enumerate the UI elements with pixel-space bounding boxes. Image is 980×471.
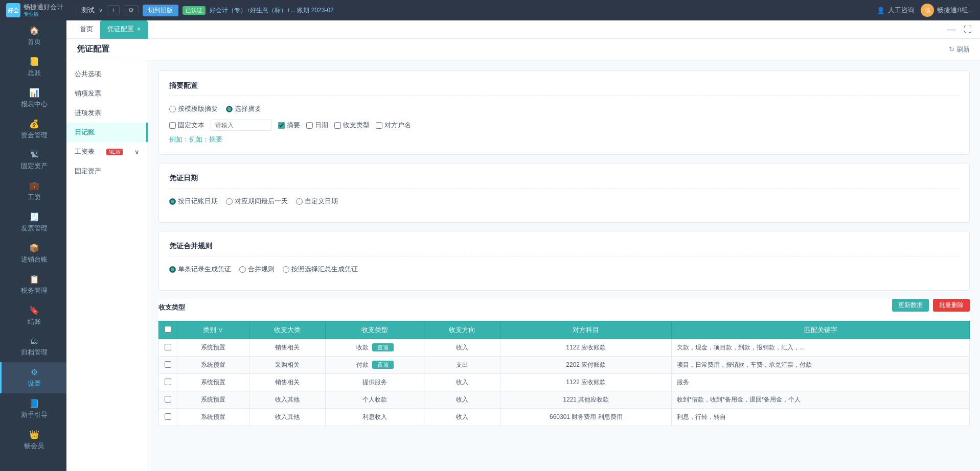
refresh-button[interactable]: ↻ 刷新 [949, 45, 970, 54]
row-checkbox-3[interactable] [159, 391, 177, 409]
radio-selected-summary[interactable]: 按照选择汇总生成凭证 [283, 265, 358, 274]
counterpart-checkbox[interactable] [376, 122, 382, 129]
topbar-title: 测试 [81, 6, 95, 15]
radio-journal-date-input[interactable] [169, 198, 176, 205]
sidebar-item-guide[interactable]: 📘 新手引导 [0, 393, 66, 425]
th-direction: 收支方向 [424, 321, 500, 339]
row-direction-1: 支出 [424, 357, 500, 374]
tab-home[interactable]: 首页 [73, 20, 100, 39]
table-toolbar: 更新数据 批量删除 [892, 299, 970, 312]
row-direction-0: 收入 [424, 339, 500, 357]
radio-template-summary[interactable]: 按模板版摘要 [169, 104, 218, 113]
leftnav-journal[interactable]: 日记账 [66, 123, 148, 142]
leftnav-public[interactable]: 公共选项 [66, 64, 148, 84]
tab-close-icon[interactable]: × [137, 26, 141, 33]
row-category-0: 系统预置 [177, 339, 249, 357]
radio-merge-input[interactable] [239, 266, 246, 273]
sidebar-item-assets[interactable]: 🏗 固定资产 [0, 145, 66, 176]
row-direction-2: 收入 [424, 374, 500, 391]
topbar: 好会 畅捷通好会计 专业版 测试 ∨ + ⚙ 切到旧版 已认证 好会计（专）+好… [0, 0, 980, 20]
radio-single-input[interactable] [169, 266, 176, 273]
radio-merge-rules[interactable]: 合并规则 [239, 265, 275, 274]
expand-button[interactable]: ⛶ [962, 23, 974, 36]
date-radio-group: 按日记账日期 对应期间最后一天 自定义日期 [169, 197, 959, 206]
sidebar-item-payroll[interactable]: 💼 工资 [0, 176, 66, 207]
radio-custom-date[interactable]: 自定义日期 [296, 197, 338, 206]
summary-checkbox[interactable] [278, 122, 285, 129]
sidebar-item-ledger[interactable]: 📒 总账 [0, 52, 66, 83]
row-checkbox-0[interactable] [159, 339, 177, 357]
avatar: 畅 [921, 4, 934, 17]
update-data-button[interactable]: 更新数据 [892, 299, 929, 312]
sidebar-item-member[interactable]: 👑 畅会员 [0, 425, 66, 456]
reports-icon: 📊 [29, 88, 39, 98]
th-account: 对方科目 [500, 321, 672, 339]
row-checkbox-1[interactable] [159, 357, 177, 374]
row-category-1: 系统预置 [177, 357, 249, 374]
radio-period-last-input[interactable] [226, 198, 233, 205]
sidebar-item-archive[interactable]: 🗂 归档管理 [0, 332, 66, 362]
radio-journal-date[interactable]: 按日记账日期 [169, 197, 218, 206]
th-major: 收支大类 [249, 321, 326, 339]
top-tag-1[interactable]: 置顶 [372, 361, 394, 369]
sidebar-item-reports[interactable]: 📊 报表中心 [0, 83, 66, 114]
settings-button[interactable]: ⚙ [124, 5, 139, 15]
select-all-checkbox[interactable] [165, 326, 171, 333]
topbar-dropdown-icon[interactable]: ∨ [99, 7, 103, 14]
type-checkbox[interactable] [334, 122, 341, 129]
row-checkbox-4[interactable] [159, 409, 177, 426]
radio-custom-date-input[interactable] [296, 198, 303, 205]
sidebar-item-home[interactable]: 🏠 首页 [0, 20, 66, 52]
sidebar-label-reports: 报表中心 [21, 100, 48, 109]
logo: 好会 畅捷通好会计 专业版 [6, 3, 73, 17]
row-account-2: 1122 应收账款 [500, 374, 672, 391]
fixed-text-input[interactable] [211, 120, 272, 131]
radio-template-input[interactable] [169, 106, 176, 112]
sidebar-item-tax[interactable]: 📋 税务管理 [0, 269, 66, 300]
sidebar-item-settings[interactable]: ⚙ 设置 [0, 362, 66, 393]
leftnav-sales-invoice[interactable]: 销项发票 [66, 84, 148, 103]
settings-icon: ⚙ [31, 367, 38, 377]
checkbox-type[interactable]: 收支类型 [334, 121, 370, 130]
page-title: 凭证配置 [77, 44, 109, 55]
radio-single-record[interactable]: 单条记录生成凭证 [169, 265, 231, 274]
page-header: 凭证配置 ↻ 刷新 [66, 39, 980, 60]
merge-rules-section: 凭证合并规则 单条记录生成凭证 合并规则 按照选择汇总生成凭证 [158, 231, 970, 291]
leftnav-purchase-invoice[interactable]: 进项发票 [66, 103, 148, 123]
help-button[interactable]: 👤 人工咨询 [877, 6, 915, 15]
batch-delete-button[interactable]: 批量删除 [933, 299, 970, 312]
top-tag-0[interactable]: 置顶 [372, 343, 394, 351]
date-checkbox[interactable] [306, 122, 313, 129]
row-checkbox-2[interactable] [159, 374, 177, 391]
row-major-2: 销售相关 [249, 374, 326, 391]
left-nav: 公共选项 销项发票 进项发票 日记账 工资表 NEW ∨ 固定资产 [66, 60, 148, 471]
switch-version-button[interactable]: 切到旧版 [143, 5, 178, 16]
checkbox-date[interactable]: 日期 [306, 121, 328, 130]
checkbox-counterpart[interactable]: 对方户名 [376, 121, 411, 130]
sidebar-item-invoices[interactable]: 🧾 发票管理 [0, 207, 66, 238]
sidebar-item-sales[interactable]: 📦 进销台账 [0, 238, 66, 269]
summary-radio-group: 按模板版摘要 选择摘要 [169, 104, 959, 113]
radio-selected-input[interactable] [283, 266, 289, 273]
row-account-1: 2202 应付账款 [500, 357, 672, 374]
row-account-3: 1221 其他应收款 [500, 391, 672, 409]
radio-period-last[interactable]: 对应期间最后一天 [226, 197, 288, 206]
row-type-3: 个人收款 [326, 391, 424, 409]
sidebar-label-archive: 归档管理 [21, 348, 48, 357]
sidebar-label-member: 畅会员 [24, 441, 44, 451]
ledger-icon: 📒 [29, 57, 39, 66]
user-menu[interactable]: 畅 畅捷通B组... [921, 4, 974, 17]
leftnav-fixed-assets[interactable]: 固定资产 [66, 161, 148, 181]
checkbox-fixed-text[interactable]: 固定文本 [169, 121, 204, 130]
sidebar-item-funds[interactable]: 💰 资金管理 [0, 114, 66, 145]
checkbox-summary[interactable]: 摘要 [278, 121, 300, 130]
tab-voucher-config[interactable]: 凭证配置 × [100, 20, 148, 39]
fixed-text-checkbox[interactable] [169, 122, 176, 129]
sidebar-item-closing[interactable]: 🔖 结账 [0, 300, 66, 332]
radio-select-input[interactable] [226, 106, 233, 112]
leftnav-payroll[interactable]: 工资表 NEW ∨ [66, 142, 148, 161]
minimize-button[interactable]: — [945, 23, 958, 36]
radio-select-summary[interactable]: 选择摘要 [226, 104, 261, 113]
add-button[interactable]: + [107, 5, 120, 15]
topbar-divider [77, 5, 77, 15]
